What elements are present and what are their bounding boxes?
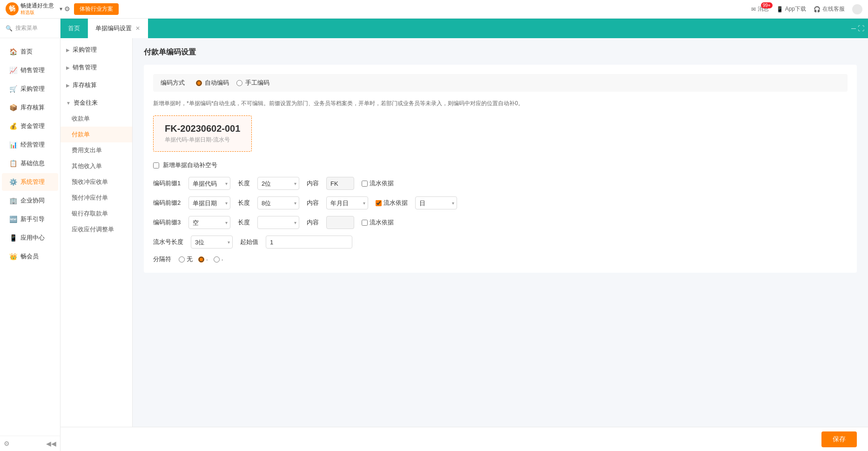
auto-fill-checkbox[interactable]	[153, 162, 159, 168]
sidebar-item-corp[interactable]: 🏢 企业协同	[2, 192, 58, 209]
corp-icon: 🏢	[9, 197, 17, 204]
purchase-icon: 🛒	[9, 85, 17, 93]
prefix3-stream-label[interactable]: 流水依据	[362, 218, 394, 227]
radio-auto-encode-input[interactable]	[196, 80, 202, 86]
serial-length-select[interactable]: 3位 4位 5位	[191, 236, 233, 249]
sidebar-item-basic[interactable]: 📋 基础信息	[2, 155, 58, 172]
prefix3-length-wrapper	[257, 216, 299, 229]
menu-group-sales-header[interactable]: ▶ 销售管理	[61, 60, 132, 75]
menu-item-prepay-receivable[interactable]: 预收冲应收单	[61, 174, 132, 190]
prefix1-length-select[interactable]: 2位 3位 4位	[257, 177, 299, 190]
prefix2-stream-label[interactable]: 流水依据	[376, 199, 408, 207]
sep-dot-label: ·	[206, 256, 208, 263]
menu-group-inventory-label: 库存核算	[73, 81, 97, 89]
appcenter-icon: 📱	[9, 234, 17, 242]
tab-close-button[interactable]: ✕	[135, 25, 140, 32]
radio-manual-encode[interactable]: 手工编码	[236, 79, 269, 87]
menu-item-other-income[interactable]: 其他收入单	[61, 158, 132, 174]
code-sub: 单据代码-单据日期-流水号	[165, 136, 240, 144]
sidebar-item-home[interactable]: 🏠 首页	[2, 43, 58, 61]
menu-item-receipt[interactable]: 收款单	[61, 111, 132, 127]
prefix1-stream-label[interactable]: 流水依据	[362, 179, 394, 188]
radio-manual-encode-input[interactable]	[236, 80, 242, 86]
sidebar-item-operations[interactable]: 📊 经营管理	[2, 136, 58, 154]
prefix1-select[interactable]: 单据代码 空 单据日期	[188, 177, 230, 190]
auto-fill-label: 新增单据自动补空号	[163, 161, 217, 169]
left-menu: ▶ 采购管理 ▶ 销售管理 ▶ 库存核算	[61, 38, 133, 427]
menu-group-finance-header[interactable]: ▼ 资金往来	[61, 95, 132, 111]
tab-bar: 首页 单据编码设置 ✕ ─ ⛶	[61, 19, 868, 38]
start-value-label: 起始值	[240, 238, 258, 246]
menu-group-purchase: ▶ 采购管理	[61, 42, 132, 58]
brand-logo: 畅	[6, 2, 19, 15]
tab-minimize-button[interactable]: ─	[851, 25, 856, 32]
settings-icon[interactable]: ⚙	[64, 5, 70, 13]
prefix2-unit-select[interactable]: 日 月 年	[415, 196, 457, 209]
sep-dot-radio[interactable]	[198, 256, 204, 263]
tab-home[interactable]: 首页	[61, 19, 88, 38]
prefix2-content-select[interactable]: 年月日 年月 年	[326, 196, 368, 209]
sidebar-item-label: 资金管理	[20, 122, 45, 130]
sidebar-nav: 🏠 首页 📈 销售管理 🛒 采购管理 📦 库存核算 💰 资金管理 📊 经	[0, 38, 60, 436]
collapse-icon[interactable]: ◀◀	[46, 440, 56, 447]
menu-item-adjust[interactable]: 应收应付调整单	[61, 222, 132, 237]
sidebar-item-sales[interactable]: 📈 销售管理	[2, 61, 58, 79]
settings-bottom-icon[interactable]: ⚙	[4, 440, 10, 447]
sep-none-radio[interactable]	[179, 256, 185, 263]
sidebar-item-member[interactable]: 👑 畅会员	[2, 248, 58, 265]
separator-label: 分隔符	[153, 255, 171, 263]
arrow-right-icon: ▶	[66, 47, 70, 53]
sidebar-item-finance[interactable]: 💰 资金管理	[2, 117, 58, 135]
save-button[interactable]: 保存	[821, 431, 857, 447]
user-avatar[interactable]	[852, 4, 862, 14]
menu-item-prepay-payable[interactable]: 预付冲应付单	[61, 190, 132, 206]
tab-expand-button[interactable]: ⛶	[858, 25, 864, 32]
prefix2-select[interactable]: 单据日期 空 单据代码	[188, 196, 230, 209]
tab-serial-setting[interactable]: 单据编码设置 ✕	[88, 19, 148, 38]
search-menu-button[interactable]: 🔍 搜索菜单	[4, 22, 56, 34]
message-button[interactable]: ✉ 消息 99+	[751, 5, 769, 13]
menu-group-inventory-header[interactable]: ▶ 库存核算	[61, 77, 132, 93]
nav-dropdown[interactable]: ▾	[58, 6, 62, 12]
sep-dot[interactable]: ·	[198, 256, 208, 263]
sidebar-item-system[interactable]: ⚙️ 系统管理	[2, 173, 58, 191]
brand: 畅 畅捷通好生意 精选版	[6, 2, 54, 15]
prefix2-length-select[interactable]: 8位 6位 4位	[257, 196, 299, 209]
prefix3-stream-checkbox[interactable]	[362, 220, 368, 226]
sidebar-item-purchase[interactable]: 🛒 采购管理	[2, 80, 58, 98]
menu-item-bank-deposit[interactable]: 银行存取款单	[61, 206, 132, 222]
message-icon: ✉	[751, 6, 756, 13]
tab-home-label: 首页	[68, 24, 80, 33]
sep-none[interactable]: 无	[179, 255, 193, 263]
page-title: 付款单编码设置	[144, 47, 857, 57]
bottom-bar: 保存	[61, 427, 868, 451]
top-bar-left: 畅 畅捷通好生意 精选版 ▾ ⚙ 体验行业方案	[6, 2, 119, 15]
operations-icon: 📊	[9, 141, 17, 148]
sales-icon: 📈	[9, 67, 17, 74]
member-icon: 👑	[9, 253, 17, 260]
app-download-button[interactable]: 📱 App下载	[776, 5, 806, 13]
sep-dash-radio[interactable]	[214, 256, 220, 263]
online-service-button[interactable]: 🎧 在线客服	[814, 5, 845, 13]
menu-group-purchase-header[interactable]: ▶ 采购管理	[61, 42, 132, 58]
prefix1-stream-checkbox[interactable]	[362, 181, 368, 187]
message-badge: 99+	[761, 2, 773, 8]
sidebar-item-newguide[interactable]: 🆕 新手引导	[2, 210, 58, 228]
menu-item-expense[interactable]: 费用支出单	[61, 142, 132, 158]
prefix3-label: 编码前缀3	[153, 218, 181, 227]
menu-group-finance: ▼ 资金往来 收款单 付款单 费用支出单 其他收入单 预收冲应收单 预付冲应付单…	[61, 95, 132, 237]
sidebar-item-inventory[interactable]: 📦 库存核算	[2, 99, 58, 116]
menu-item-payment[interactable]: 付款单	[61, 127, 132, 142]
radio-auto-encode[interactable]: 自动编码	[196, 79, 229, 87]
prefix3-select[interactable]: 空 单据代码 单据日期	[188, 216, 230, 229]
sep-dash[interactable]: ·	[214, 256, 223, 263]
start-value-input[interactable]	[266, 236, 352, 249]
trial-button[interactable]: 体验行业方案	[74, 3, 119, 15]
prefix2-stream-checkbox[interactable]	[376, 200, 382, 206]
sidebar-bottom: ⚙ ◀◀	[0, 436, 60, 451]
sidebar-item-label: 首页	[20, 47, 33, 56]
radio-manual-encode-label: 手工编码	[245, 79, 269, 87]
sidebar-item-appcenter[interactable]: 📱 应用中心	[2, 229, 58, 247]
separator-options: 无 · ·	[179, 255, 223, 263]
prefix3-length-select[interactable]	[257, 216, 299, 229]
